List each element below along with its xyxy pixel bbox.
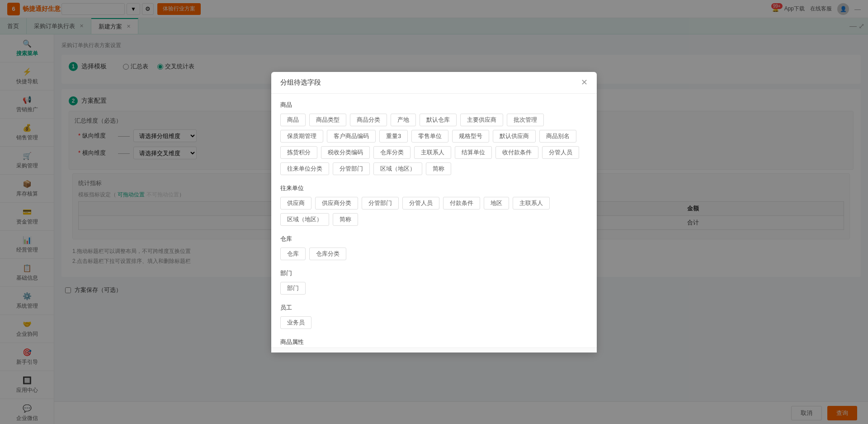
field-chip-partner-6[interactable]: 主联系人 [513,197,550,210]
field-chip-goods-1[interactable]: 商品类型 [309,114,346,126]
field-chip-department-0[interactable]: 部门 [280,282,306,295]
field-chip-goods-3[interactable]: 产地 [391,114,416,126]
field-chip-goods-14[interactable]: 拣货积分 [280,146,317,159]
field-section-goods: 商品商品商品类型商品分类产地默认仓库主要供应商批次管理保质期管理客户商品编码重量… [280,101,588,175]
field-chip-goods-6[interactable]: 批次管理 [507,114,544,126]
field-chip-goods-18[interactable]: 结算单位 [455,146,492,159]
field-chip-goods-9[interactable]: 重量3 [379,130,408,143]
field-section-title-department: 部门 [280,269,588,277]
field-chip-goods-8[interactable]: 客户商品编码 [327,130,376,143]
field-chip-goods-10[interactable]: 零售单位 [411,130,448,143]
field-chips-department: 部门 [280,282,588,295]
field-chip-goods-12[interactable]: 默认供应商 [493,130,536,143]
field-chip-goods-7[interactable]: 保质期管理 [280,130,323,143]
modal: 分组待选字段 ✕ 商品商品商品类型商品分类产地默认仓库主要供应商批次管理保质期管… [271,72,597,353]
field-chip-goods-19[interactable]: 收付款条件 [495,146,538,159]
field-section-title-warehouse: 仓库 [280,235,588,243]
modal-overlay: 分组待选字段 ✕ 商品商品商品类型商品分类产地默认仓库主要供应商批次管理保质期管… [0,0,868,424]
field-chip-goods-20[interactable]: 分管人员 [542,146,579,159]
field-chip-goods-23[interactable]: 区域（地区） [373,162,422,175]
field-section-department: 部门部门 [280,269,588,295]
field-chips-partner: 供应商供应商分类分管部门分管人员付款条件地区主联系人区域（地区）简称 [280,197,588,226]
field-chip-warehouse-0[interactable]: 仓库 [280,248,306,260]
field-chip-partner-3[interactable]: 分管人员 [402,197,439,210]
field-chip-goods-24[interactable]: 简称 [426,162,451,175]
field-section-title-employee: 员工 [280,304,588,312]
field-chip-goods-16[interactable]: 仓库分类 [373,146,410,159]
field-section-warehouse: 仓库仓库仓库分类 [280,235,588,260]
field-chip-goods-13[interactable]: 商品别名 [539,130,576,143]
modal-footer-scroll[interactable] [271,348,597,353]
field-chips-goods: 商品商品类型商品分类产地默认仓库主要供应商批次管理保质期管理客户商品编码重量3零… [280,114,588,175]
field-chip-employee-0[interactable]: 业务员 [280,316,311,329]
field-chip-goods-5[interactable]: 主要供应商 [460,114,503,126]
field-section-employee: 员工业务员 [280,304,588,329]
field-chip-goods-15[interactable]: 税收分类编码 [321,146,370,159]
field-chip-goods-17[interactable]: 主联系人 [414,146,451,159]
field-chip-partner-8[interactable]: 简称 [333,213,358,226]
modal-body: 商品商品商品类型商品分类产地默认仓库主要供应商批次管理保质期管理客户商品编码重量… [271,94,597,348]
field-chip-partner-4[interactable]: 付款条件 [443,197,480,210]
field-chip-goods-4[interactable]: 默认仓库 [420,114,457,126]
field-chip-goods-2[interactable]: 商品分类 [350,114,387,126]
field-chip-partner-2[interactable]: 分管部门 [362,197,399,210]
field-chips-employee: 业务员 [280,316,588,329]
field-chip-partner-1[interactable]: 供应商分类 [315,197,358,210]
modal-header: 分组待选字段 ✕ [271,72,597,94]
field-chip-goods-21[interactable]: 往来单位分类 [280,162,329,175]
field-chip-goods-22[interactable]: 分管部门 [333,162,370,175]
field-section-partner: 往来单位供应商供应商分类分管部门分管人员付款条件地区主联系人区域（地区）简称 [280,184,588,226]
field-section-goods_attr: 商品属性属性颜色多规格尺码鞋码1 [280,338,588,348]
modal-close-icon[interactable]: ✕ [581,78,588,86]
field-chip-partner-7[interactable]: 区域（地区） [280,213,329,226]
field-section-title-goods: 商品 [280,101,588,109]
field-section-title-goods_attr: 商品属性 [280,338,588,346]
field-section-title-partner: 往来单位 [280,184,588,192]
field-chips-warehouse: 仓库仓库分类 [280,248,588,260]
field-chip-goods-11[interactable]: 规格型号 [452,130,489,143]
field-chip-goods-0[interactable]: 商品 [280,114,306,126]
field-chip-partner-0[interactable]: 供应商 [280,197,311,210]
field-chip-warehouse-1[interactable]: 仓库分类 [309,248,346,260]
field-chip-partner-5[interactable]: 地区 [484,197,509,210]
modal-title: 分组待选字段 [280,78,321,87]
